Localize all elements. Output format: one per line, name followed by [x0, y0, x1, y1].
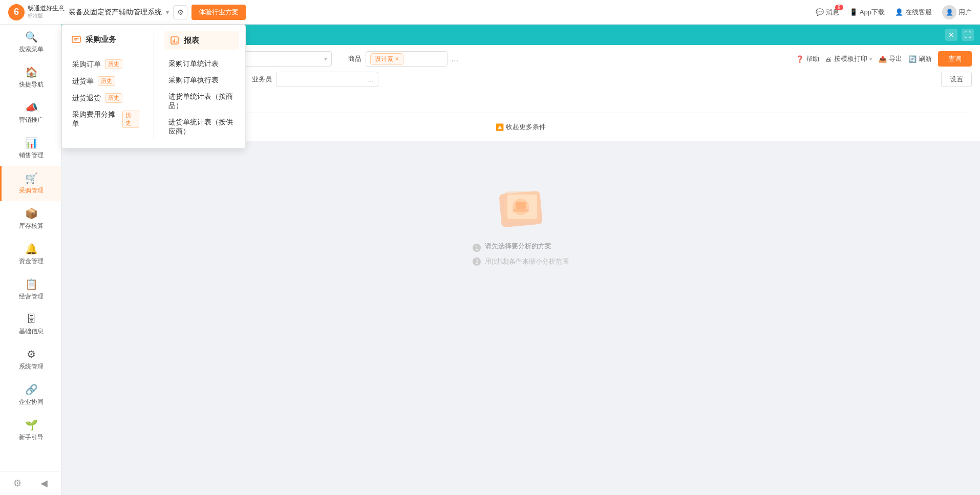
- export-btn[interactable]: 📤 导出: [879, 54, 902, 63]
- salesman-input[interactable]: ...: [276, 72, 378, 87]
- print-dropdown-arrow[interactable]: ▾: [869, 56, 872, 62]
- dropdown-item-report-1[interactable]: 采购订单统计表: [166, 56, 238, 72]
- dropdown-item-purchase-return[interactable]: 进货退货 历史: [70, 90, 141, 106]
- help-label: 帮助: [806, 54, 819, 63]
- hint-circle-1: 1: [473, 244, 481, 252]
- sidebar-label-quick-nav: 快捷导航: [19, 80, 44, 89]
- salesman-ellipsis[interactable]: ...: [368, 75, 374, 83]
- empty-hint-1: 1 请先选择要分析的方案: [473, 242, 551, 254]
- purchase-expense-label: 采购费用分摊单: [72, 110, 118, 128]
- sidebar-item-operation[interactable]: 📋 经营管理: [0, 272, 61, 307]
- logo-icon: 6: [8, 4, 25, 20]
- report-1-label: 采购订单统计表: [168, 59, 219, 69]
- message-icon: 💬: [816, 8, 824, 16]
- doc-status-arrow: ▾: [324, 55, 327, 62]
- refresh-label: 刷新: [919, 54, 932, 63]
- home-icon: 🏠: [25, 66, 38, 78]
- user-area[interactable]: 👤 用户: [942, 5, 972, 19]
- purchase-order-label: 采购订单: [72, 60, 101, 69]
- svg-rect-4: [516, 202, 526, 209]
- empty-state: 1 请先选择要分析的方案 2 用[过滤]条件来缩小分析范围: [61, 141, 980, 307]
- goods-filter-group: 商品 设计素 × ...: [348, 51, 458, 67]
- app-download-btn[interactable]: 📱 App下载: [849, 8, 885, 17]
- report-col-title: 报表: [184, 36, 199, 46]
- dropdown-item-report-2[interactable]: 采购订单执行表: [166, 72, 238, 89]
- sidebar-item-quick-nav[interactable]: 🏠 快捷导航: [0, 60, 61, 95]
- sidebar-item-purchase[interactable]: 🛒 采购管理: [0, 166, 61, 201]
- setting-button[interactable]: 设置: [941, 72, 972, 87]
- toolbar-right: ❓ 帮助 🖨 按模板打印 ▾ 📤 导出 🔄: [796, 51, 972, 67]
- purchase-return-label: 进货退货: [72, 94, 101, 103]
- operation-icon: 📋: [25, 278, 38, 290]
- sidebar-item-search[interactable]: 🔍 搜索菜单: [0, 25, 61, 60]
- salesman-label: 业务员: [252, 75, 272, 84]
- logo-area: 6 畅通道好生意 标准版: [8, 4, 65, 20]
- sidebar-item-guide[interactable]: 🌱 新手引导: [0, 413, 61, 448]
- help-icon: ❓: [796, 55, 804, 63]
- export-icon: 📤: [879, 55, 887, 63]
- online-service-label: 在线客服: [905, 8, 932, 17]
- purchase-order-history-badge: 历史: [105, 59, 122, 69]
- online-service-btn[interactable]: 👤 在线客服: [895, 8, 932, 17]
- sidebar-item-inventory[interactable]: 📦 库存核算: [0, 201, 61, 236]
- empty-text-block: 1 请先选择要分析的方案 2 用[过滤]条件来缩小分析范围: [473, 242, 568, 266]
- system-title-area: 装备及固定资产辅助管理系统 ▾ ⚙ 体验行业方案: [65, 5, 816, 20]
- message-btn[interactable]: 💬 消息 9: [816, 8, 839, 17]
- app-download-label: App下载: [860, 8, 885, 17]
- tab-expand-btn[interactable]: ⛶: [962, 29, 974, 41]
- dropdown-item-purchase-expense[interactable]: 采购费用分摊单 历史: [70, 106, 141, 132]
- dropdown-item-purchase-in[interactable]: 进货单 历史: [70, 73, 141, 90]
- sidebar-label-system: 系统管理: [19, 362, 44, 371]
- settings-bottom-icon[interactable]: ⚙: [13, 478, 22, 489]
- dropdown-menu: 采购业务 采购订单 历史 进货单 历史 进货退货 历史 采购费用分摊单 历史: [61, 25, 246, 148]
- guide-icon: 🌱: [25, 419, 38, 431]
- sidebar-label-search: 搜索菜单: [19, 45, 44, 54]
- purchase-col-title: 采购业务: [86, 35, 116, 45]
- empty-text-1: 请先选择要分析的方案: [485, 242, 551, 251]
- enterprise-icon: 🔗: [25, 383, 38, 396]
- basic-icon: 🗄: [26, 313, 36, 325]
- sidebar-label-guide: 新手引导: [19, 433, 44, 442]
- sidebar-item-enterprise[interactable]: 🔗 企业协同: [0, 377, 61, 413]
- goods-tag: 设计素 ×: [370, 53, 403, 65]
- collapse-sidebar-icon[interactable]: ◀: [40, 478, 48, 489]
- system-icon: ⚙: [27, 348, 36, 360]
- purchase-return-history-badge: 历史: [105, 93, 122, 103]
- sidebar-item-marketing[interactable]: 📣 营销推广: [0, 95, 61, 131]
- svg-rect-5: [513, 209, 529, 212]
- goods-ellipsis[interactable]: ...: [452, 54, 458, 63]
- dropdown-overlay: 采购业务 采购订单 历史 进货单 历史 进货退货 历史 采购费用分摊单 历史: [61, 25, 246, 148]
- tab-bar-actions: ✕ ⛶: [945, 29, 980, 41]
- print-btn[interactable]: 🖨 按模板打印 ▾: [825, 54, 872, 63]
- logo-name: 畅通道好生意: [28, 5, 65, 13]
- marketing-icon: 📣: [25, 101, 38, 114]
- salesman-filter-group: 业务员 ...: [252, 72, 378, 87]
- report-4-label: 进货单统计表（按供应商）: [168, 118, 236, 136]
- sidebar-item-system[interactable]: ⚙ 系统管理: [0, 342, 61, 377]
- system-dropdown-arrow[interactable]: ▾: [166, 9, 169, 16]
- sidebar-item-sales[interactable]: 📊 销售管理: [0, 131, 61, 166]
- sidebar-label-finance: 资金管理: [19, 257, 44, 266]
- export-label: 导出: [889, 54, 902, 63]
- sidebar-item-finance[interactable]: 🔔 资金管理: [0, 236, 61, 272]
- message-badge: 9: [835, 5, 843, 10]
- sidebar-label-enterprise: 企业协同: [19, 398, 44, 406]
- query-button[interactable]: 查询: [938, 51, 972, 67]
- search-icon: 🔍: [25, 31, 38, 43]
- purchase-col: 采购业务 采购订单 历史 进货单 历史 进货退货 历史 采购费用分摊单 历史: [70, 33, 141, 140]
- print-icon: 🖨: [825, 55, 832, 63]
- goods-tag-close[interactable]: ×: [395, 55, 399, 62]
- goods-input[interactable]: 设计素 ×: [366, 51, 448, 67]
- sales-icon: 📊: [25, 137, 38, 149]
- sidebar-bottom: ⚙ ◀: [0, 471, 61, 495]
- dropdown-item-report-4[interactable]: 进货单统计表（按供应商）: [166, 114, 238, 140]
- dropdown-item-report-3[interactable]: 进货单统计表（按商品）: [166, 89, 238, 114]
- dropdown-item-purchase-order[interactable]: 采购订单 历史: [70, 56, 141, 73]
- refresh-btn[interactable]: 🔄 刷新: [908, 54, 932, 63]
- help-btn[interactable]: ❓ 帮助: [796, 54, 819, 63]
- industry-btn[interactable]: 体验行业方案: [191, 5, 246, 20]
- tab-close-btn[interactable]: ✕: [945, 29, 957, 41]
- sidebar-item-basic[interactable]: 🗄 基础信息: [0, 307, 61, 342]
- system-settings-btn[interactable]: ⚙: [173, 5, 187, 19]
- phone-icon: 📱: [849, 8, 858, 16]
